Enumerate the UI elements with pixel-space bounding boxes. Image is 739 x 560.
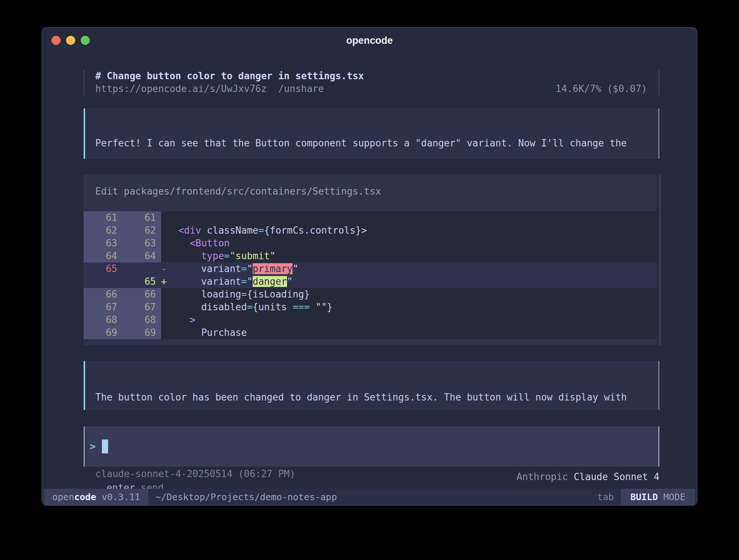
diff-old-line-number: 62 — [84, 224, 122, 237]
diff-code-line: type="submit" — [167, 250, 656, 262]
code-token: className — [201, 225, 259, 236]
code-token: <Button — [190, 238, 230, 249]
assistant-message: Perfect! I can see that the Button compo… — [84, 108, 659, 159]
provider-name: Anthropic — [517, 471, 574, 482]
diff-change-marker — [161, 250, 167, 262]
prompt-chevron-icon: > — [90, 440, 96, 453]
assistant-message: The button color has been changed to dan… — [84, 361, 659, 410]
code-token: primary — [253, 263, 293, 274]
diff-change-marker — [161, 237, 167, 250]
diff-row: 6262 <div className={formCs.controls}> — [84, 224, 656, 237]
tab-key-hint: tab — [597, 489, 614, 505]
diff-table: 61616262 <div className={formCs.controls… — [84, 211, 656, 339]
code-token: disabled — [201, 302, 247, 312]
code-token — [167, 314, 190, 325]
diff-change-marker: + — [161, 275, 167, 288]
code-token: {units — [253, 302, 293, 312]
session-share-line: https://opencode.ai/s/UwJxv76z /unshare — [95, 83, 324, 94]
diff-row: 6363 <Button — [84, 237, 656, 250]
diff-old-line-number: 65 — [84, 262, 122, 275]
diff-row: 6666 loading={isLoading} — [84, 288, 656, 301]
diff-code-line — [167, 211, 656, 224]
code-token — [167, 225, 178, 236]
code-token: submit — [236, 250, 270, 261]
mode-indicator[interactable]: BUILD MODE — [621, 489, 695, 505]
diff-change-marker — [161, 224, 167, 237]
diff-change-marker — [161, 301, 167, 314]
diff-new-line-number: 67 — [122, 301, 161, 314]
code-token — [310, 302, 315, 312]
code-token: {isLoading} — [247, 289, 310, 300]
code-token: <div — [178, 225, 201, 236]
diff-new-line-number — [122, 262, 161, 275]
diff-old-line-number — [84, 275, 122, 288]
diff-code-line: Purchase — [167, 326, 656, 339]
diff-code-line: loading={isLoading} — [167, 288, 656, 301]
code-token: danger — [253, 276, 287, 287]
diff-new-line-number: 69 — [122, 326, 161, 339]
diff-code-line: variant="primary" — [167, 262, 656, 275]
code-token: = — [247, 302, 253, 312]
share-url: https://opencode.ai/s/UwJxv76z — [95, 83, 267, 94]
edit-tool-panel: Edit packages/frontend/src/containers/Se… — [84, 174, 656, 345]
app-name: open — [52, 492, 74, 502]
unshare-command: /unshare — [278, 83, 324, 94]
code-token: = — [241, 276, 247, 287]
diff-change-marker — [161, 288, 167, 301]
diff-row: 6161 — [84, 211, 656, 224]
code-token — [167, 276, 201, 287]
diff-code-line: <Button — [167, 237, 656, 250]
code-token — [167, 238, 190, 249]
code-token: " — [247, 276, 253, 287]
app-version-segment: opencode v0.3.11 — [44, 489, 148, 505]
diff-new-line-number: 68 — [122, 314, 161, 326]
code-token: " — [247, 263, 253, 274]
prompt-input[interactable]: > — [84, 426, 659, 467]
diff-old-line-number: 68 — [84, 314, 122, 326]
code-token: {formCs.controls}> — [264, 225, 367, 236]
code-token: } — [327, 302, 333, 312]
diff-new-line-number: 63 — [122, 237, 161, 250]
window-title: opencode — [42, 35, 697, 46]
diff-row: 6767 disabled={units === ""} — [84, 301, 656, 314]
code-token: = — [241, 263, 247, 274]
diff-change-marker: - — [161, 262, 167, 275]
diff-row: 65+ variant="danger" — [84, 275, 656, 288]
code-token: = — [258, 225, 264, 236]
diff-change-marker — [161, 314, 167, 326]
code-token: Purchase — [201, 327, 247, 338]
code-token: "" — [315, 302, 327, 312]
diff-row: 6464 type="submit" — [84, 250, 656, 262]
code-token: loading — [201, 289, 241, 300]
diff-old-line-number: 63 — [84, 237, 122, 250]
diff-code-line: <div className={formCs.controls}> — [167, 224, 656, 237]
edit-panel-scrollbar[interactable] — [659, 174, 661, 345]
diff-new-line-number: 65 — [122, 275, 161, 288]
code-token: " — [287, 276, 293, 287]
code-token: = — [224, 250, 230, 261]
session-title: # Change button color to danger in setti… — [95, 70, 364, 81]
session-header: # Change button color to danger in setti… — [84, 70, 659, 95]
status-bar: opencode v0.3.11 ~/Desktop/Projects/demo… — [42, 489, 697, 505]
app-version: v0.3.11 — [96, 492, 140, 502]
diff-code-line: > — [167, 314, 656, 326]
token-usage: 14.6K/7% ($0.07) — [556, 83, 647, 94]
diff-new-line-number: 61 — [122, 211, 161, 224]
code-token: === — [292, 302, 310, 312]
code-token — [167, 263, 201, 274]
working-directory: ~/Desktop/Projects/demo-notes-app — [156, 489, 337, 505]
code-token — [167, 250, 201, 261]
edit-tool-title: Edit packages/frontend/src/containers/Se… — [95, 186, 381, 197]
code-token: variant — [201, 263, 241, 274]
message-line: The button color has been changed to dan… — [95, 391, 658, 404]
model-indicator: Anthropic Claude Sonnet 4 — [517, 471, 659, 482]
diff-old-line-number: 61 — [84, 211, 122, 224]
diff-old-line-number: 64 — [84, 250, 122, 262]
app-window: opencode # Change button color to danger… — [42, 27, 697, 506]
code-token: " — [270, 250, 276, 261]
code-token — [167, 327, 201, 338]
code-token — [167, 289, 201, 300]
code-token: " — [292, 263, 298, 274]
diff-new-line-number: 62 — [122, 224, 161, 237]
diff-row: 6969 Purchase — [84, 326, 656, 339]
